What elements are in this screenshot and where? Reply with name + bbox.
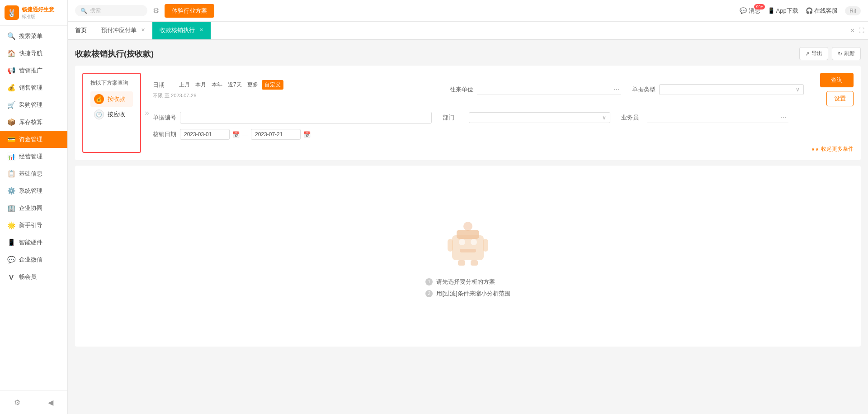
topbar-gear-icon[interactable]: ⚙ xyxy=(153,6,159,15)
svg-rect-6 xyxy=(483,239,488,252)
money-icon: 💰 xyxy=(7,84,15,92)
empty-hint-2: 2 用[过滤]条件来缩小分析范围 xyxy=(425,288,510,300)
sidebar-item-operation[interactable]: 📊 经营管理 xyxy=(0,148,67,165)
svg-rect-1 xyxy=(457,230,479,239)
sidebar-item-corp[interactable]: 🏢 企业协同 xyxy=(0,200,67,217)
svg-point-3 xyxy=(471,239,477,245)
shortcut-custom[interactable]: 自定义 xyxy=(262,80,283,90)
filter-cell-voucherno: 单据编号 xyxy=(153,112,432,124)
building-icon: 🏢 xyxy=(7,204,15,212)
refresh-icon: ↻ xyxy=(838,51,842,57)
clipboard-icon: 📋 xyxy=(7,170,15,178)
tab-receipt-close[interactable]: ✕ xyxy=(199,27,203,33)
shortcut-this-month[interactable]: 本月 xyxy=(193,80,208,90)
page-title: 收款核销执行(按收款) xyxy=(75,48,154,59)
sidebar-item-finance[interactable]: 💳 资金管理 xyxy=(0,131,67,148)
verifydate-start-cal[interactable]: 📅 xyxy=(232,131,240,138)
verifydate-end-input[interactable] xyxy=(251,129,301,140)
tab-close-all-icon[interactable]: ✕ xyxy=(850,27,855,34)
shortcut-this-year[interactable]: 本年 xyxy=(210,80,224,90)
query-selector: 按以下方案查询 💰 按收款 🕐 按应收 xyxy=(82,73,141,153)
vip-icon: V xyxy=(7,273,15,281)
collapse-more-button[interactable]: ∧∧ 收起更多条件 xyxy=(811,145,854,153)
sidebar-item-member[interactable]: V 畅会员 xyxy=(0,268,67,286)
box-icon: 📦 xyxy=(7,118,15,126)
filter-cell-vouchertype: 单据类型 ∨ xyxy=(632,84,804,95)
online-service-btn[interactable]: 🎧 在线客服 xyxy=(806,7,838,15)
query-option-by-receipt[interactable]: 💰 按收款 xyxy=(90,91,133,107)
query-button[interactable]: 查询 xyxy=(820,73,854,87)
solution-button[interactable]: 体验行业方案 xyxy=(165,4,214,18)
shortcut-last-month[interactable]: 上月 xyxy=(177,80,192,90)
tab-expand-icon[interactable]: ⛶ xyxy=(859,27,864,34)
topbar-actions: 💬 消息 99+ 📱 App下载 🎧 在线客服 Rit xyxy=(740,6,861,15)
tab-receipt-verify[interactable]: 收款核销执行 ✕ xyxy=(152,22,211,39)
sidebar-item-guide[interactable]: 🌟 新手引导 xyxy=(0,217,67,234)
query-option-by-receivable[interactable]: 🕐 按应收 xyxy=(90,107,133,122)
sidebar-item-basic[interactable]: 📋 基础信息 xyxy=(0,165,67,182)
empty-illustration xyxy=(441,213,495,267)
dept-chevron[interactable]: ∨ xyxy=(602,114,606,121)
shortcut-7days[interactable]: 近7天 xyxy=(226,80,244,90)
page-content: 收款核销执行(按收款) ↗ 导出 ↻ 刷新 按以下方案查询 💰 按收款 xyxy=(68,40,868,414)
svg-point-9 xyxy=(463,222,472,231)
collapse-button[interactable]: » xyxy=(141,108,153,118)
refresh-button[interactable]: ↻ 刷新 xyxy=(832,47,861,60)
filter-row-2: 单据编号 部门 ∨ 业务员 ··· xyxy=(153,112,854,124)
date-label: 日期 xyxy=(153,81,175,89)
svg-point-2 xyxy=(459,239,465,245)
sidebar-item-marketing[interactable]: 📢 营销推广 xyxy=(0,62,67,79)
sidebar-settings-btn[interactable]: ⚙ xyxy=(10,395,24,410)
verifydate-label: 核销日期 xyxy=(153,130,176,138)
svg-rect-8 xyxy=(471,260,478,266)
export-icon: ↗ xyxy=(805,51,810,57)
sidebar: 🐰 畅捷通好生意 标准版 🔍 搜索菜单 🏠 快捷导航 📢 营销推广 💰 销售管理… xyxy=(0,0,68,414)
search-icon: 🔍 xyxy=(80,8,87,14)
app-download-btn[interactable]: 📱 App下载 xyxy=(768,7,798,15)
sidebar-item-quicknav[interactable]: 🏠 快捷导航 xyxy=(0,45,67,62)
filter-action-col: 查询 设置 xyxy=(815,73,854,106)
empty-hint-1: 1 请先选择要分析的方案 xyxy=(425,276,510,288)
tab-prepay-close[interactable]: ✕ xyxy=(141,27,145,33)
logo-icon: 🐰 xyxy=(5,5,19,20)
page-header: 收款核销执行(按收款) ↗ 导出 ↻ 刷新 xyxy=(75,47,861,60)
sidebar-item-hardware[interactable]: 📱 智能硬件 xyxy=(0,234,67,251)
card-icon: 💳 xyxy=(7,135,15,143)
home-icon: 🏠 xyxy=(7,49,15,57)
counterpart-select-btn[interactable]: ··· xyxy=(613,86,619,94)
sidebar-item-search[interactable]: 🔍 搜索菜单 xyxy=(0,28,67,45)
verifydate-start-input[interactable] xyxy=(180,129,230,140)
filter-cell-date: 日期 上月 本月 本年 近7天 更多 自定义 不限 至 2023-07-26 xyxy=(153,80,439,99)
sidebar-item-inventory[interactable]: 📦 库存核算 xyxy=(0,114,67,131)
filter-cell-staff: 业务员 ··· xyxy=(621,113,788,123)
filter-cell-verifydate: 核销日期 📅 — 📅 xyxy=(153,129,432,140)
verifydate-end-cal[interactable]: 📅 xyxy=(303,131,311,138)
receivable-icon: 🕐 xyxy=(94,109,104,119)
logo-text: 畅捷通好生意 标准版 xyxy=(22,6,54,20)
filter-cell-counterpart: 往来单位 ··· xyxy=(450,85,622,95)
tabbar: 首页 预付冲应付单 ✕ 收款核销执行 ✕ ✕ ⛶ xyxy=(68,22,868,40)
gear-icon: ⚙️ xyxy=(7,187,15,195)
tab-home[interactable]: 首页 xyxy=(68,22,94,39)
message-button[interactable]: 💬 消息 99+ xyxy=(740,7,760,15)
cart-icon: 🛒 xyxy=(7,101,15,109)
vouchertype-chevron[interactable]: ∨ xyxy=(796,86,800,93)
user-profile[interactable]: Rit xyxy=(845,6,861,15)
setting-button[interactable]: 设置 xyxy=(826,91,854,106)
date-to-label: 至 2023-07-26 xyxy=(165,92,196,99)
staff-select-btn[interactable]: ··· xyxy=(781,114,787,122)
sidebar-item-wechat[interactable]: 💬 企业微信 xyxy=(0,251,67,268)
voucherno-input[interactable] xyxy=(180,112,432,124)
sidebar-item-purchase[interactable]: 🛒 采购管理 xyxy=(0,96,67,114)
filter-fields: 日期 上月 本月 本年 近7天 更多 自定义 不限 至 2023-07-26 xyxy=(153,73,854,153)
sidebar-item-system[interactable]: ⚙️ 系统管理 xyxy=(0,182,67,200)
empty-hints: 1 请先选择要分析的方案 2 用[过滤]条件来缩小分析范围 xyxy=(425,276,510,300)
shortcut-more[interactable]: 更多 xyxy=(245,80,260,90)
tab-prepay[interactable]: 预付冲应付单 ✕ xyxy=(94,22,152,39)
sidebar-bottom: ⚙ ◀ xyxy=(0,390,67,414)
sidebar-item-sales[interactable]: 💰 销售管理 xyxy=(0,79,67,96)
sidebar-collapse-btn[interactable]: ◀ xyxy=(44,395,57,410)
export-button[interactable]: ↗ 导出 xyxy=(799,47,828,60)
chart-icon: 📊 xyxy=(7,152,15,161)
topbar-search[interactable]: 🔍 搜索 xyxy=(75,5,147,16)
